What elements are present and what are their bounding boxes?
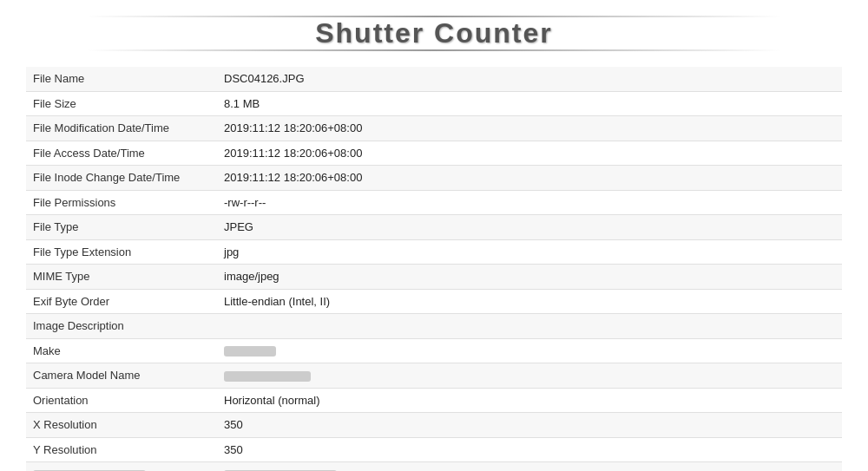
row-value: Little-endian (Intel, II) [217, 289, 842, 314]
table-row: File Access Date/Time2019:11:12 18:20:06… [26, 141, 842, 166]
row-label: File Name [26, 67, 217, 91]
row-value: image/jpeg [217, 265, 842, 290]
table-row: File TypeJPEG [26, 215, 842, 240]
page-title: Shutter Counter [315, 17, 553, 49]
page-wrapper: Shutter Counter File NameDSC04126.JPGFil… [0, 0, 868, 471]
table-row: File Size8.1 MB [26, 91, 842, 116]
row-label: File Inode Change Date/Time [26, 166, 217, 191]
row-value [217, 363, 842, 389]
table-row: Exif Byte OrderLittle-endian (Intel, II) [26, 289, 842, 314]
row-value: 2019:11:12 18:20:06+08:00 [217, 116, 842, 141]
row-value: 350 [217, 437, 842, 462]
table-row: File NameDSC04126.JPG [26, 67, 842, 91]
header-bottom-line [87, 49, 781, 51]
row-value: 2019:11:12 18:20:06+08:00 [217, 166, 842, 191]
row-value: 350 [217, 413, 842, 438]
table-row: Make [26, 338, 842, 363]
row-label: File Type Extension [26, 239, 217, 265]
blurred-value [224, 346, 276, 357]
row-label: File Type [26, 215, 217, 240]
row-label: Camera Model Name [26, 363, 217, 389]
table-row: X Resolution350 [26, 413, 842, 438]
row-label: Y Resolution [26, 437, 217, 462]
row-label: File Modification Date/Time [26, 116, 217, 141]
row-label: MIME Type [26, 265, 217, 290]
row-label: File Access Date/Time [26, 141, 217, 166]
row-label: Exif Byte Order [26, 289, 217, 314]
row-value [217, 314, 842, 339]
row-value [217, 338, 842, 363]
row-value: DSC04126.JPG [217, 67, 842, 91]
row-value: 2019:11:12 18:20:06+08:00 [217, 141, 842, 166]
table-row [26, 462, 842, 472]
row-label: Image Description [26, 314, 217, 339]
table-row: File Type Extensionjpg [26, 239, 842, 265]
row-label: Make [26, 338, 217, 363]
row-label [26, 462, 217, 472]
page-header: Shutter Counter [0, 0, 868, 60]
table-row: Y Resolution350 [26, 437, 842, 462]
row-label: X Resolution [26, 413, 217, 438]
table-row: File Permissions-rw-r--r-- [26, 190, 842, 215]
row-value: jpg [217, 239, 842, 265]
row-value [217, 462, 842, 472]
row-label: File Permissions [26, 190, 217, 215]
row-label: File Size [26, 91, 217, 116]
table-row: File Inode Change Date/Time2019:11:12 18… [26, 166, 842, 191]
data-table-container: File NameDSC04126.JPGFile Size8.1 MBFile… [26, 67, 842, 471]
table-row: OrientationHorizontal (normal) [26, 388, 842, 413]
row-label: Orientation [26, 388, 217, 413]
table-row: Camera Model Name [26, 363, 842, 389]
table-row: Image Description [26, 314, 842, 339]
row-value: Horizontal (normal) [217, 388, 842, 413]
row-value: 8.1 MB [217, 91, 842, 116]
row-value: JPEG [217, 215, 842, 240]
metadata-table: File NameDSC04126.JPGFile Size8.1 MBFile… [26, 67, 842, 471]
table-row: File Modification Date/Time2019:11:12 18… [26, 116, 842, 141]
table-row: MIME Typeimage/jpeg [26, 265, 842, 290]
row-value: -rw-r--r-- [217, 190, 842, 215]
blurred-value [224, 371, 311, 382]
